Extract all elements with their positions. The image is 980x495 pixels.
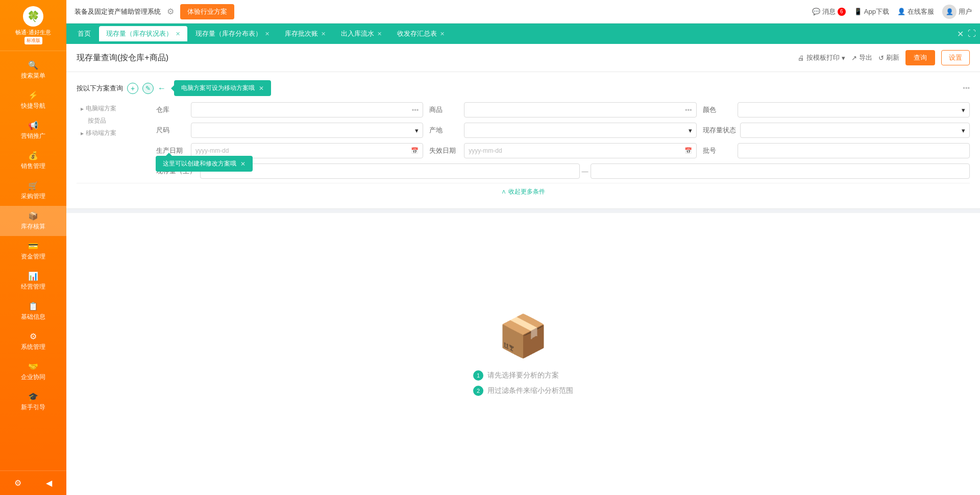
goods-select[interactable]: ••• (464, 102, 696, 117)
page-actions: 🖨 按模板打印 ▾ ↗ 导出 ↺ 刷新 查询 设置 (798, 50, 970, 65)
sidebar-settings-btn[interactable]: ⚙ (12, 476, 23, 490)
export-btn[interactable]: ↗ 导出 (851, 53, 872, 62)
tab-collect-summary[interactable]: 收发存汇总表 ✕ (390, 26, 452, 41)
app-download-label: App下载 (864, 7, 889, 16)
tab-batch-ledger-label: 库存批次账 (285, 29, 318, 38)
scheme-child-item[interactable]: 按货品 (77, 115, 148, 127)
filter-row-4: 现存量（主） — (156, 163, 970, 179)
warehouse-select[interactable]: ••• (191, 102, 423, 117)
sidebar-item-sales[interactable]: 💰 销售管理 (0, 146, 66, 176)
sidebar-item-inventory[interactable]: 📦 库存核算 (0, 206, 66, 236)
sidebar-item-label: 新手引导 (21, 403, 45, 412)
tab-home[interactable]: 首页 (70, 26, 98, 41)
tab-home-label: 首页 (78, 29, 91, 38)
stock-status-label: 现存量状态 (703, 126, 736, 135)
sidebar: 🍀 畅通·通好生意 标准版 🔍 搜索菜单 ⚡ 快捷导航 📢 营销推广 💰 销售管… (0, 0, 66, 495)
tab-inventory-status[interactable]: 现存量（库存状况表） ✕ (99, 26, 187, 41)
tab-inout-flow-label: 出入库流水 (341, 29, 374, 38)
online-service-btn[interactable]: 👤 在线客服 (897, 7, 934, 16)
cooperation-icon: 🤝 (28, 362, 38, 371)
stock-status-select[interactable]: ▾ (740, 123, 970, 138)
tab-inventory-dist[interactable]: 现存量（库存分布表） ✕ (188, 26, 277, 41)
user-info[interactable]: 👤 用户 (942, 5, 972, 19)
system-icon: ⚙ (30, 332, 37, 341)
chevron-right-icon2: ▸ (81, 130, 84, 137)
tab-batch-ledger[interactable]: 库存批次账 ✕ (278, 26, 333, 41)
tab-close-inout[interactable]: ✕ (377, 31, 382, 37)
batch-input[interactable] (738, 143, 970, 158)
purchase-icon: 🛒 (28, 181, 38, 191)
refresh-btn[interactable]: ↺ 刷新 (878, 53, 899, 62)
print-label: 按模板打印 (806, 53, 840, 62)
sidebar-item-cooperation[interactable]: 🤝 企业协同 (0, 357, 66, 387)
industry-plan-btn[interactable]: 体验行业方案 (180, 4, 234, 19)
expiry-date-field: 失效日期 yyyy-mm-dd 📅 (429, 143, 696, 158)
filter-menu-icon[interactable]: ••• (963, 84, 970, 92)
origin-field: 产地 ▾ (429, 123, 696, 138)
export-label: 导出 (859, 53, 872, 62)
stock-qty-field: 现存量（主） — (156, 163, 970, 179)
color-select[interactable]: ▾ (738, 102, 970, 117)
stock-qty-sep: — (582, 168, 589, 175)
origin-select[interactable]: ▾ (464, 123, 696, 138)
content-area: 现存量查询(按仓库+商品) 🖨 按模板打印 ▾ ↗ 导出 ↺ 刷新 查询 设置 (66, 44, 980, 495)
sidebar-item-label: 搜索菜单 (21, 72, 45, 80)
stock-qty-max-input[interactable] (591, 163, 970, 179)
sidebar-item-operation[interactable]: 📊 经营管理 (0, 266, 66, 296)
size-select[interactable]: ▾ (191, 123, 423, 138)
quicknav-icon: ⚡ (28, 90, 38, 100)
sidebar-collapse-btn[interactable]: ◀ (44, 476, 54, 490)
tab-close-collect[interactable]: ✕ (440, 31, 445, 37)
message-icon: 💬 (812, 8, 820, 15)
tabbar-maximize-btn[interactable]: ⛶ (968, 29, 976, 38)
edit-icon: ✎ (145, 85, 151, 92)
sidebar-item-finance[interactable]: 💳 资金管理 (0, 236, 66, 266)
sidebar-item-label: 经营管理 (21, 282, 45, 291)
tabbar-close-btn[interactable]: ✕ (957, 29, 964, 39)
sidebar-item-purchase[interactable]: 🛒 采购管理 (0, 176, 66, 206)
sidebar-item-newbie[interactable]: 🎓 新手引导 (0, 387, 66, 417)
marketing-icon: 📢 (28, 121, 38, 130)
filter-row-2: 尺码 ▾ 产地 ▾ (156, 123, 970, 138)
tooltip-edit-close-btn[interactable]: ✕ (240, 160, 246, 168)
search-btn[interactable]: 查询 (905, 50, 935, 65)
sidebar-bottom: ⚙ ◀ (0, 470, 66, 495)
goods-field: 商品 ••• (429, 102, 696, 117)
add-scheme-btn[interactable]: + (127, 83, 138, 94)
empty-state: 📦 1 请先选择要分析的方案 2 用过滤条件来缩小分析范围 (66, 213, 980, 495)
sidebar-item-label: 资金管理 (21, 252, 45, 261)
edit-scheme-btn[interactable]: ✎ (142, 83, 154, 94)
tooltip-close-btn[interactable]: ✕ (259, 85, 264, 92)
finance-icon: 💳 (28, 241, 38, 251)
print-chevron-icon: ▾ (842, 54, 845, 62)
sidebar-item-quicknav[interactable]: ⚡ 快捷导航 (0, 85, 66, 115)
sidebar-item-label: 库存核算 (21, 222, 45, 231)
tab-close-inventory-status[interactable]: ✕ (176, 31, 180, 37)
collapse-filter-btn[interactable]: ∧ 收起更多条件 (77, 183, 970, 200)
calendar-icon2: 📅 (684, 147, 692, 154)
prev-scheme-btn[interactable]: ← (158, 84, 166, 93)
scheme-parent-desktop[interactable]: ▸ 电脑端方案 (77, 102, 148, 115)
sidebar-item-marketing[interactable]: 📢 营销推广 (0, 115, 66, 146)
tooltip-edit-text: 这里可以创建和修改方案哦 (163, 159, 236, 168)
refresh-label: 刷新 (886, 53, 899, 62)
tab-close-inventory-dist[interactable]: ✕ (265, 31, 270, 37)
system-title: 装备及固定资产辅助管理系统 (75, 7, 161, 16)
topbar-gear-icon[interactable]: ⚙ (167, 7, 174, 16)
print-btn[interactable]: 🖨 按模板打印 ▾ (798, 53, 845, 62)
page-title: 现存量查询(按仓库+商品) (77, 53, 168, 63)
sidebar-item-basic-info[interactable]: 📋 基础信息 (0, 296, 66, 326)
tab-close-batch[interactable]: ✕ (321, 31, 326, 37)
message-btn[interactable]: 💬 消息 6 (812, 7, 846, 16)
tooltip-mobile-scheme: 电脑方案可设为移动方案哦 ✕ (174, 80, 271, 96)
settings-btn[interactable]: 设置 (941, 50, 970, 65)
sidebar-item-search[interactable]: 🔍 搜索菜单 (0, 55, 66, 85)
app-download-btn[interactable]: 📱 App下载 (854, 7, 889, 16)
refresh-icon: ↺ (878, 54, 884, 62)
scheme-parent-mobile[interactable]: ▸ 移动端方案 (77, 127, 148, 139)
stock-qty-min-input[interactable] (200, 163, 580, 179)
sidebar-item-system[interactable]: ⚙ 系统管理 (0, 326, 66, 357)
expiry-date-input[interactable]: yyyy-mm-dd 📅 (464, 143, 696, 158)
tab-inout-flow[interactable]: 出入库流水 ✕ (334, 26, 389, 41)
step-1-text: 请先选择要分析的方案 (487, 371, 559, 380)
